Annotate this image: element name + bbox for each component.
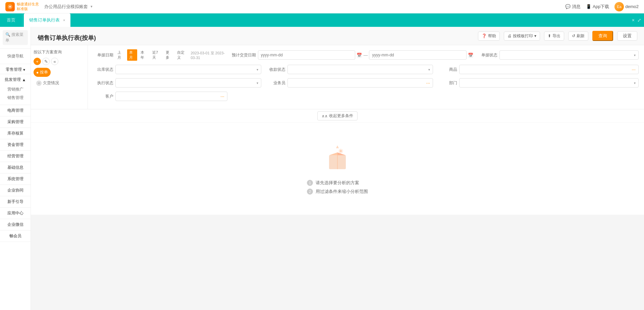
calendar-from-icon: 📅 (357, 53, 362, 58)
print-button[interactable]: 🖨 按模板打印 ▾ (504, 32, 540, 41)
filter-item-date: 单据日期 上月 本月 本年 近7天 更多 自定义 2023-03-01 至 20… (93, 49, 228, 61)
maximize-icon[interactable]: ⤢ (637, 17, 641, 23)
edit-scheme-button[interactable]: ✎ (42, 58, 50, 65)
filter-conditions: 单据日期 上月 本月 本年 近7天 更多 自定义 2023-03-01 至 20… (88, 45, 644, 109)
query-button[interactable]: 查询 (592, 31, 613, 41)
expected-date-label: 预计交货日期 (232, 52, 256, 58)
expected-date-from[interactable] (258, 50, 356, 60)
tab-bar: 首页 销售订单执行表 × × ⤢ (0, 13, 644, 27)
header-dropdown-icon[interactable]: ▾ (91, 4, 93, 9)
export-button[interactable]: ⬆ 导出 (544, 32, 564, 41)
empty-tips: 1 请先选择要分析的方案 2 用过滤条件来缩小分析范围 (307, 180, 368, 195)
sidebar-item-app-center[interactable]: 应用中心 (0, 208, 31, 219)
customer-ellipsis-btn[interactable]: ··· (220, 94, 224, 99)
filter-item-payment-status: 收款状态 ▾ (265, 65, 433, 74)
refresh-button[interactable]: ↺ 刷新 (568, 32, 588, 41)
tab-last7days[interactable]: 近7天 (150, 49, 162, 61)
product-select[interactable]: ··· (459, 65, 639, 74)
salesperson-select[interactable]: ··· (287, 78, 433, 88)
bill-status-arrow: ▾ (634, 53, 636, 57)
date-range-text: 2023-03-01 至 2023-03-31 (191, 51, 227, 60)
dept-arrow: ▾ (634, 81, 636, 85)
sidebar-item-new-guide[interactable]: 新手引导 (0, 196, 31, 208)
product-ellipsis-btn[interactable]: ··· (632, 67, 636, 72)
scheme-dot-icon: ○ (36, 81, 42, 86)
filter-item-customer: 客户 ··· (93, 92, 227, 101)
customer-select[interactable]: ··· (115, 92, 227, 101)
sidebar: 🔍 搜索菜单 快捷导航 零售管理 ▾ 批发管理 ▲ 营销推广 销售管理 电商管理… (0, 27, 31, 310)
top-header: 畅捷通好生意 标准版 办公用品行业模拟账套 ▾ 💬 消息 📱 App下载 Ea … (0, 0, 644, 13)
tab-prev-month[interactable]: 上月 (115, 49, 126, 61)
sidebar-item-retail[interactable]: 零售管理 ▾ (0, 64, 31, 74)
sidebar-item-inventory[interactable]: 库存核算 (0, 128, 31, 139)
tab-active[interactable]: 销售订单执行表 × (24, 13, 70, 27)
add-icon: + (36, 59, 39, 64)
calendar-to-icon: 📅 (468, 53, 473, 58)
empty-tip-2: 2 用过滤条件来缩小分析范围 (307, 189, 368, 195)
collapse-scheme-button[interactable]: « (51, 58, 58, 65)
user-profile[interactable]: Ea demo2 (614, 2, 639, 11)
refresh-icon: ↺ (572, 34, 575, 38)
app-download-button[interactable]: 📱 App下载 (586, 4, 609, 10)
exec-status-arrow: ▾ (257, 81, 258, 85)
filter-scheme-actions: + ✎ « (34, 58, 85, 65)
delivery-status-select[interactable]: ▾ (115, 65, 261, 74)
search-menu-button[interactable]: 🔍 搜索菜单 (3, 30, 28, 45)
payment-status-arrow: ▾ (428, 68, 430, 71)
sidebar-item-membership[interactable]: 畅会员 (0, 230, 31, 242)
sidebar-item-ecommerce[interactable]: 电商管理 (0, 105, 31, 116)
sidebar-item-quick-nav[interactable]: 快捷导航 (0, 51, 31, 61)
dept-select[interactable]: ▾ (459, 78, 639, 88)
sidebar-item-operations[interactable]: 经营管理 (0, 151, 31, 162)
filter-scheme-title: 按以下方案查询 (34, 49, 85, 55)
bill-status-select[interactable]: ▾ (499, 50, 639, 60)
sidebar-item-wholesale[interactable]: 批发管理 ▲ (0, 74, 31, 84)
sidebar-item-base-info[interactable]: 基础信息 (0, 162, 31, 173)
close-window-icon[interactable]: × (632, 17, 635, 23)
payment-status-select[interactable]: ▾ (287, 65, 433, 74)
exec-status-label: 执行状态 (93, 80, 113, 86)
sidebar-section-retail: 零售管理 ▾ (0, 64, 31, 74)
sidebar-quick-nav: 快捷导航 (0, 49, 31, 64)
app-download-icon: 📱 (586, 4, 591, 9)
sidebar-item-sales[interactable]: 销售管理 (3, 94, 28, 102)
add-scheme-button[interactable]: + (34, 58, 41, 65)
page-header: 销售订单执行表(按单) ❓ 帮助 🖨 按模板打印 ▾ ⬆ 导出 ↺ 刷新 (31, 27, 644, 45)
settings-button[interactable]: 设置 (617, 31, 637, 41)
filter-row-3: 执行状态 ▾ 业务员 ··· 部门 (93, 78, 639, 88)
help-button[interactable]: ❓ 帮助 (478, 32, 500, 41)
sidebar-item-enterprise-wechat[interactable]: 企业微信 (0, 219, 31, 230)
tab-home[interactable]: 首页 (0, 13, 22, 27)
tab-close-icon[interactable]: × (63, 18, 65, 22)
sidebar-wholesale-sub: 营销推广 销售管理 (0, 84, 31, 105)
payment-status-label: 收款状态 (265, 67, 285, 72)
tab-current-year[interactable]: 本年 (139, 49, 149, 61)
salesperson-ellipsis-btn[interactable]: ··· (426, 80, 430, 86)
message-button[interactable]: 💬 消息 (565, 4, 581, 10)
sidebar-item-system[interactable]: 系统管理 (0, 173, 31, 185)
header-right: 💬 消息 📱 App下载 Ea demo2 (565, 2, 639, 11)
exec-status-select[interactable]: ▾ (115, 78, 261, 88)
sidebar-item-marketing[interactable]: 营销推广 (3, 85, 28, 94)
sidebar-item-purchase[interactable]: 采购管理 (0, 116, 31, 128)
expected-date-range: 📅 — 📅 (258, 50, 474, 60)
delivery-status-arrow: ▾ (257, 68, 258, 71)
sidebar-item-enterprise-collab[interactable]: 企业协同 (0, 185, 31, 196)
collapse-up-icon: ∧∧ (322, 114, 328, 118)
print-icon: 🖨 (507, 34, 512, 38)
page-title: 销售订单执行表(按单) (38, 34, 96, 42)
tab-current-month[interactable]: 本月 (127, 49, 138, 61)
tab-custom[interactable]: 自定义 (175, 49, 189, 61)
logo-text: 畅捷通好生意 标准版 (17, 2, 39, 11)
expected-date-to[interactable] (369, 50, 467, 60)
edit-icon: ✎ (44, 59, 48, 64)
sidebar-item-finance[interactable]: 资金管理 (0, 139, 31, 151)
filter-item-expected-date: 预计交货日期 📅 — 📅 (232, 50, 474, 60)
scheme-item-by-order[interactable]: ● 按单 (34, 68, 51, 77)
tab-more[interactable]: 更多 (164, 49, 174, 61)
filter-item-exec-status: 执行状态 ▾ (93, 78, 261, 88)
collapse-more-button[interactable]: ∧∧ 收起更多条件 (317, 111, 358, 120)
scheme-item-shortage[interactable]: ○ 欠货情况 (34, 79, 85, 87)
filter-item-delivery-status: 出库状态 ▾ (93, 65, 261, 74)
filter-item-product: 商品 ··· (437, 65, 639, 74)
